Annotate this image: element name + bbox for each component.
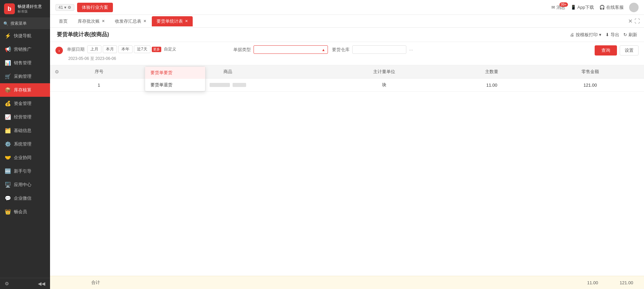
- member-icon: 👑: [5, 209, 11, 215]
- search-icon: 🔍: [3, 21, 8, 26]
- sidebar-item-label: 应用中心: [14, 182, 31, 188]
- tab-order-close[interactable]: ✕: [185, 19, 188, 23]
- warehouse-ellipsis-btn[interactable]: ···: [409, 47, 413, 52]
- content-area: 要货单统计表(按商品) 🖨 按模板打印 ▾ ⬇ 导出 ↻ 刷新 ›: [50, 28, 644, 289]
- table-header-main-qty: 主数量: [447, 65, 536, 79]
- print-button[interactable]: 🖨 按模板打印 ▾: [570, 32, 601, 38]
- table-cell-main-qty: 11.00: [447, 79, 536, 92]
- filter-expand-button[interactable]: ›: [55, 47, 63, 54]
- sidebar-item-purchase[interactable]: 🛒 采购管理: [0, 70, 50, 83]
- operations-icon: 📈: [5, 114, 11, 120]
- tag-value: 41: [58, 5, 63, 10]
- table-wrapper: ⚙ 序号 商品 主计量单位 主数量 零售金额 1: [50, 65, 644, 276]
- dropdown-item-order[interactable]: 要货单要货: [145, 67, 205, 79]
- type-filter-input[interactable]: [254, 45, 328, 54]
- date-custom-btn[interactable]: 自定义: [163, 46, 177, 53]
- header-tag[interactable]: 41 ▾ ⚙: [55, 4, 74, 11]
- sidebar-item-label: 库存核算: [14, 87, 31, 93]
- app-download-label: App下载: [577, 4, 594, 10]
- avatar-image: [629, 3, 639, 12]
- online-service-button[interactable]: 🎧 在线客服: [599, 4, 624, 10]
- sidebar-item-inventory[interactable]: 📦 库存核算: [0, 83, 50, 97]
- sidebar-item-system[interactable]: ⚙️ 系统管理: [0, 137, 50, 151]
- online-service-icon: 🎧: [599, 5, 605, 10]
- brand-name: 畅捷通好生意: [18, 4, 42, 9]
- table-settings-icon-header[interactable]: ⚙: [50, 65, 64, 79]
- tag-settings-icon[interactable]: ⚙: [68, 5, 71, 10]
- tab-order[interactable]: 要货单统计表 ✕: [152, 16, 193, 26]
- tab-stock[interactable]: 库存批次账 ✕: [73, 16, 110, 26]
- messages-button[interactable]: ✉ 消息 99+: [551, 4, 565, 10]
- print-dropdown-icon[interactable]: ▾: [599, 32, 601, 37]
- sidebar-item-member[interactable]: 👑 畅会员: [0, 205, 50, 219]
- sidebar-item-sales[interactable]: 📊 销售管理: [0, 56, 50, 70]
- date-shortcuts: 上月 本月 本年 近7天 更多 自定义: [87, 45, 177, 53]
- app-download-icon: 📱: [571, 5, 576, 10]
- dropdown-item-return[interactable]: 要货单退货: [145, 79, 205, 91]
- purchase-icon: 🛒: [5, 73, 11, 80]
- messages-icon: ✉: [551, 5, 555, 10]
- date-btn-this-month[interactable]: 本月: [103, 45, 117, 53]
- warehouse-filter-input[interactable]: [352, 45, 406, 54]
- tag-dropdown-icon[interactable]: ▾: [64, 5, 66, 10]
- filter-actions: 查询 设置: [595, 45, 639, 55]
- sidebar-item-label: 快捷导航: [14, 33, 31, 39]
- app-download-button[interactable]: 📱 App下载: [571, 4, 594, 10]
- query-button[interactable]: 查询: [595, 45, 617, 55]
- print-label: 按模板打印: [576, 32, 598, 38]
- date-btn-last-month[interactable]: 上月: [87, 45, 101, 53]
- warehouse-filter-group: 要货仓库 ···: [332, 45, 413, 54]
- sidebar-item-operations[interactable]: 📈 经营管理: [0, 110, 50, 124]
- sidebar-item-label: 系统管理: [14, 141, 31, 147]
- appstore-icon: 🖥️: [5, 182, 11, 188]
- top-header-left: 41 ▾ ⚙ 体验行业方案: [55, 3, 113, 12]
- sales-icon: 📊: [5, 60, 11, 66]
- tab-expand[interactable]: ⛶: [635, 18, 640, 24]
- brand-sub: 标准版: [18, 9, 42, 14]
- sidebar-nav: ⚡ 快捷导航 📢 营销推广 📊 销售管理 🛒 采购管理 📦 库存核算 💰 资金管…: [0, 29, 50, 278]
- tab-receive-close[interactable]: ✕: [143, 19, 146, 23]
- date-btn-this-year[interactable]: 本年: [118, 45, 133, 53]
- tab-home[interactable]: 首页: [54, 16, 72, 26]
- sidebar-item-shortcut[interactable]: ⚡ 快捷导航: [0, 29, 50, 43]
- export-button[interactable]: ⬇ 导出: [605, 32, 619, 38]
- type-filter-arrow[interactable]: ▲: [321, 48, 325, 52]
- sidebar-item-guide[interactable]: 🆕 新手引导: [0, 164, 50, 178]
- user-avatar[interactable]: [629, 3, 639, 12]
- date-more-badge[interactable]: 更多: [152, 47, 161, 52]
- tab-stock-close[interactable]: ✕: [102, 19, 105, 23]
- tab-receive[interactable]: 收发存汇总表 ✕: [110, 16, 151, 26]
- sidebar-item-label: 企业微信: [14, 195, 31, 201]
- sidebar-item-appstore[interactable]: 🖥️ 应用中心: [0, 178, 50, 192]
- tab-right-controls: ✕ ⛶: [628, 18, 640, 24]
- date-range-text: 2023-05-06 至 2023-06-06: [68, 56, 116, 61]
- page-actions: 🖨 按模板打印 ▾ ⬇ 导出 ↻ 刷新: [570, 32, 637, 38]
- finance-icon: 💰: [5, 101, 11, 107]
- sidebar-item-wechat[interactable]: 💬 企业微信: [0, 192, 50, 205]
- refresh-label: 刷新: [628, 32, 637, 38]
- filter-bar: › 单据日期 上月 本月 本年 近7天 更多 自定义 2023-05-06 至 …: [50, 42, 644, 65]
- date-btn-7days[interactable]: 近7天: [134, 45, 150, 53]
- sidebar-search[interactable]: 🔍 搜索菜单: [0, 18, 50, 29]
- sidebar-collapse-icon[interactable]: ◀◀: [38, 281, 45, 286]
- footer-retail-amount: 121.00: [613, 280, 640, 285]
- sidebar-item-basic[interactable]: 🗂️ 基础信息: [0, 124, 50, 137]
- industry-button[interactable]: 体验行业方案: [77, 3, 113, 12]
- search-label: 搜索菜单: [10, 21, 27, 26]
- sidebar-item-marketing[interactable]: 📢 营销推广: [0, 43, 50, 56]
- top-header: 41 ▾ ⚙ 体验行业方案 ✉ 消息 99+ 📱 App下载 🎧 在线客服: [50, 0, 644, 15]
- sidebar-item-label: 资金管理: [14, 101, 31, 107]
- tab-home-label: 首页: [59, 18, 68, 24]
- export-label: 导出: [611, 32, 619, 38]
- footer-main-qty: 11.00: [579, 280, 606, 285]
- refresh-button[interactable]: ↻ 刷新: [623, 32, 637, 38]
- settings-button[interactable]: 设置: [620, 45, 639, 55]
- tab-close-all[interactable]: ✕: [628, 18, 633, 24]
- sidebar-settings-icon[interactable]: ⚙: [5, 281, 9, 286]
- sidebar-item-finance[interactable]: 💰 资金管理: [0, 97, 50, 110]
- marketing-icon: 📢: [5, 46, 11, 52]
- sidebar-item-cooperation[interactable]: 🤝 企业协同: [0, 151, 50, 164]
- sidebar-item-label: 经营管理: [14, 114, 31, 120]
- type-dropdown: 要货单要货 要货单退货: [145, 66, 206, 91]
- sidebar-item-label: 基础信息: [14, 128, 31, 134]
